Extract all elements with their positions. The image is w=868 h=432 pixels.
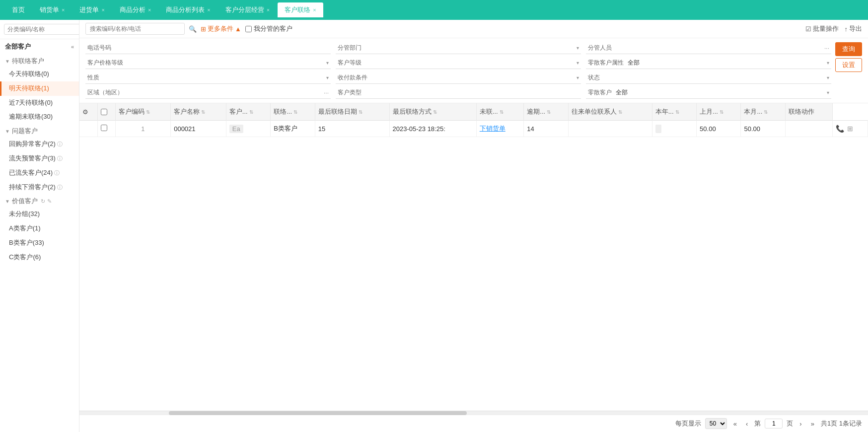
filter-price-level[interactable]: 客户价格等级 ▾: [85, 57, 331, 69]
per-page-select[interactable]: 50: [705, 418, 727, 429]
th-current-year[interactable]: 本年... ⇅: [652, 103, 696, 121]
close-purchase-tab[interactable]: ×: [101, 7, 104, 13]
right-actions: ☑ 批量操作 ↑ 导出: [805, 24, 863, 33]
nav-home[interactable]: 首页: [5, 2, 32, 17]
sort-icon: ⇅: [249, 109, 253, 115]
set-button[interactable]: 设置: [835, 58, 862, 72]
per-page-label: 每页显示: [675, 419, 701, 428]
refresh-icon[interactable]: ↻: [41, 198, 45, 205]
sidebar-item-a-class[interactable]: A类客户(1): [0, 221, 79, 236]
batch-op-button[interactable]: ☑ 批量操作: [805, 24, 839, 33]
th-current-month[interactable]: 本月... ⇅: [741, 103, 785, 121]
prev-page-button[interactable]: ‹: [743, 419, 750, 429]
sort-icon: ⇅: [547, 109, 551, 115]
sidebar-item-ungrouped[interactable]: 未分组(32): [0, 207, 79, 221]
table-footer: 每页显示 50 « ‹ 第 页 › » 共1页 1条记录: [79, 415, 868, 432]
sidebar-item-b-class[interactable]: B类客户(33): [0, 236, 79, 250]
last-page-button[interactable]: »: [808, 419, 817, 429]
sidebar-group-pending[interactable]: ▼ 待联络客户: [0, 54, 79, 67]
nav-customer-layer[interactable]: 客户分层经营 ×: [218, 2, 277, 17]
filter-retail-customer[interactable]: 零散客户 全部 ▾: [586, 87, 831, 99]
search-button[interactable]: 🔍: [189, 25, 197, 33]
table-row: 1 000021 Ea B类客户 15: [79, 121, 868, 137]
th-last-contact-date[interactable]: 最后联络日期 ⇅: [315, 103, 389, 121]
sidebar-all-customers[interactable]: 全部客户 «: [0, 39, 79, 54]
sidebar-item-declining[interactable]: 持续下滑客户(2) ⓘ: [0, 180, 79, 195]
sidebar-item-repurchase-abnormal[interactable]: 回购异常客户(2) ⓘ: [0, 137, 79, 151]
select-all-checkbox[interactable]: [101, 109, 107, 115]
sidebar-item-7day-contact[interactable]: 近7天待联络(0): [0, 96, 79, 110]
row-unpaid-count: 14: [524, 121, 568, 137]
filter-phone[interactable]: 电话号码: [85, 42, 331, 54]
th-overdue[interactable]: 逾期... ⇅: [524, 103, 568, 121]
help-icon: ⓘ: [57, 184, 63, 190]
close-sales-tab[interactable]: ×: [62, 7, 65, 13]
row-checkbox-cell[interactable]: [97, 121, 115, 137]
th-last-contact-method[interactable]: 最后联络方式 ⇅: [389, 103, 476, 121]
scroll-thumb[interactable]: [169, 411, 467, 415]
phone-action-icon[interactable]: 📞: [836, 125, 844, 133]
sidebar-item-overdue-contact[interactable]: 逾期未联络(30): [0, 110, 79, 124]
close-product-analysis-tab[interactable]: ×: [148, 7, 151, 13]
filter-customer-type[interactable]: 客户类型: [336, 87, 581, 99]
query-button[interactable]: 查询: [835, 42, 862, 56]
nav-purchase[interactable]: 进货单 ×: [72, 2, 111, 17]
sidebar-item-c-class[interactable]: C类客户(6): [0, 250, 79, 265]
row-customer-type: B类客户: [271, 121, 315, 137]
th-customer-type[interactable]: 客户... ⇅: [226, 103, 270, 121]
export-button[interactable]: ↑ 导出: [845, 24, 863, 33]
filter-dept[interactable]: 分管部门 ▾: [336, 42, 581, 54]
sidebar: 🔍 全部客户 « ▼ 待联络客户 今天待联络(0) 明天待联络(1) 近7天待联…: [0, 20, 79, 432]
sidebar-group-problem[interactable]: ▼ 问题客户: [0, 124, 79, 137]
chevron-down-icon: ▾: [326, 75, 329, 80]
th-customer-name[interactable]: 客户名称 ⇅: [171, 103, 226, 121]
filter-nature[interactable]: 性质 ▾: [85, 72, 331, 84]
nav-customer-contact[interactable]: 客户联络 ×: [278, 2, 323, 17]
triangle-icon: ▼: [5, 59, 10, 64]
close-customer-contact-tab[interactable]: ×: [313, 7, 316, 13]
close-product-analysis-list-tab[interactable]: ×: [207, 7, 210, 13]
edit-icon[interactable]: ✎: [47, 198, 52, 205]
my-customers-checkbox[interactable]: 我分管的客户: [245, 24, 292, 33]
th-last-month[interactable]: 上月... ⇅: [697, 103, 741, 121]
filter-region[interactable]: 区域（地区） ···: [85, 87, 331, 99]
sidebar-search-input[interactable]: [4, 24, 79, 35]
row-current-month: [785, 121, 833, 137]
next-page-button[interactable]: ›: [797, 419, 804, 429]
th-contact-count[interactable]: 联络... ⇅: [271, 103, 315, 121]
page-number-input[interactable]: [765, 419, 783, 429]
more-conditions-button[interactable]: ⊞ 更多条件 ▲: [201, 24, 241, 33]
first-page-button[interactable]: «: [731, 419, 739, 429]
th-customer-code[interactable]: 客户编码 ⇅: [115, 103, 171, 121]
row-contact-actions: 📞 ⊞: [833, 121, 868, 137]
sidebar-item-tomorrow-contact[interactable]: 明天待联络(1): [0, 81, 79, 96]
filter-retail-attr[interactable]: 零散客户属性 全部 ▾: [586, 57, 831, 69]
chevron-down-icon: ▾: [827, 60, 829, 66]
sidebar-group-value[interactable]: ▼ 价值客户 ↻ ✎: [0, 194, 79, 207]
filter-row-1: 电话号码 分管部门 ▾ 分管人员 ···: [85, 42, 831, 54]
close-customer-layer-tab[interactable]: ×: [267, 7, 270, 13]
top-navigation: 首页 销货单 × 进货单 × 商品分析 × 商品分析列表 × 客户分层经营 × …: [0, 0, 868, 20]
filter-status[interactable]: 状态 ▾: [586, 72, 831, 84]
nav-sales[interactable]: 销货单 ×: [33, 2, 72, 17]
filter-customer-level[interactable]: 客户等级 ▾: [336, 57, 581, 69]
sidebar-item-churn-warning[interactable]: 流失预警客户(3) ⓘ: [0, 151, 79, 166]
my-customers-checkbox-input[interactable]: [245, 26, 252, 32]
qr-action-icon[interactable]: ⊞: [847, 125, 853, 133]
row-gear-cell: [79, 121, 97, 137]
search-input[interactable]: [85, 23, 185, 35]
filter-manager[interactable]: 分管人员 ···: [586, 42, 831, 54]
horizontal-scrollbar[interactable]: [79, 411, 868, 415]
row-select-checkbox[interactable]: [101, 125, 107, 131]
triangle-icon: ▼: [5, 199, 10, 204]
th-gear[interactable]: ⚙: [79, 103, 97, 121]
row-last-contact-method[interactable]: 下销货单: [476, 121, 524, 137]
sidebar-item-churned[interactable]: 已流失客户(24) ⓘ: [0, 166, 79, 180]
nav-product-analysis-list[interactable]: 商品分析列表 ×: [159, 2, 217, 17]
nav-product-analysis[interactable]: 商品分析 ×: [113, 2, 158, 17]
filter-payment-terms[interactable]: 收付款条件 ▾: [336, 72, 581, 84]
th-unpaid[interactable]: 未联... ⇅: [476, 103, 524, 121]
sidebar-item-today-contact[interactable]: 今天待联络(0): [0, 67, 79, 81]
th-unit-contact[interactable]: 往来单位联系人 ⇅: [568, 103, 652, 121]
th-checkbox[interactable]: [97, 103, 115, 121]
